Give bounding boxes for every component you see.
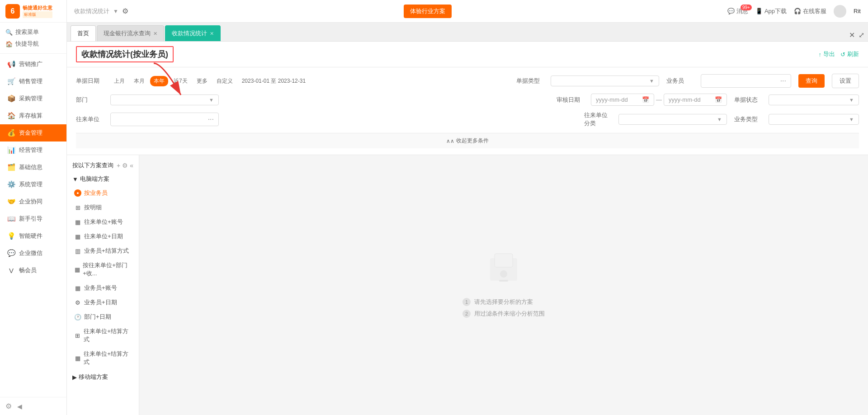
sidebar-item-label: 采购管理: [19, 94, 42, 103]
group-expand-icon2: ▶: [72, 374, 77, 381]
tab-bank[interactable]: 现金银行流水查询 ✕: [97, 25, 164, 41]
date-tab-this-month[interactable]: 本月: [130, 76, 148, 86]
guide-icon: 📖: [7, 215, 15, 223]
schema-collapse-icon[interactable]: «: [130, 162, 133, 169]
refresh-button[interactable]: ↺ 刷新: [840, 50, 859, 58]
svg-point-2: [500, 270, 507, 278]
collapse-filter-button[interactable]: ∧∧ 收起更多条件: [76, 133, 859, 148]
app-download-label: App下载: [764, 7, 787, 15]
schema-group-mobile-title[interactable]: ▶ 移动端方案: [67, 370, 139, 384]
sidebar-item-wechat[interactable]: 💬 企业微信: [0, 245, 66, 262]
schema-settings-icon[interactable]: ⚙: [122, 162, 128, 169]
sidebar-item-member[interactable]: V 畅会员: [0, 262, 66, 279]
message-badge: 99+: [741, 5, 752, 10]
member-icon: V: [7, 266, 15, 274]
quick-nav-item[interactable]: 🏠 快捷导航: [5, 38, 61, 50]
trial-button[interactable]: 体验行业方案: [404, 5, 452, 18]
biz-type-arrow-icon: ▼: [849, 117, 854, 122]
schema-item-partner-payment1[interactable]: ⊞ 往来单位+结算方式: [67, 324, 139, 347]
logo-text-area: 畅捷通好生意 标准版: [23, 5, 52, 18]
sidebar-item-hardware[interactable]: 💡 智能硬件: [0, 227, 66, 245]
schema-item-salesman-payment[interactable]: ▥ 业务员+结算方式: [67, 244, 139, 258]
schema-group-desktop-title[interactable]: ▼ 电脑端方案: [67, 172, 139, 186]
review-date-end[interactable]: yyyy-mm-dd 📅: [664, 94, 727, 106]
query-button[interactable]: 查询: [798, 74, 825, 88]
date-tab-custom[interactable]: 自定义: [213, 76, 236, 86]
sidebar-item-inventory[interactable]: 🏠 库存核算: [0, 107, 66, 124]
tab-maximize-icon[interactable]: ⤢: [859, 31, 864, 39]
schema-item-label: 业务员+结算方式: [84, 247, 129, 255]
schema-item-salesman-account[interactable]: ▦ 业务员+账号: [67, 281, 139, 295]
search-menu-item[interactable]: 🔍 搜索菜单: [5, 26, 61, 38]
date-range-display: 2023-01-01 至 2023-12-31: [242, 77, 306, 85]
review-date-start-text: yyyy-mm-dd: [596, 96, 628, 103]
doc-type-select[interactable]: ▼: [551, 75, 659, 86]
online-service-label: 在线客服: [803, 7, 826, 15]
header-breadcrumb: 收款情况统计: [74, 7, 109, 15]
schema-item-partner-payment2[interactable]: ▦ 往来单位+结算方式: [67, 347, 139, 369]
schema-item-by-salesman[interactable]: ● 按业务员: [67, 186, 139, 200]
sidebar-settings-icon[interactable]: ⚙: [5, 402, 12, 410]
search-menu-label: 搜索菜单: [15, 28, 39, 36]
dept-select[interactable]: ▼: [110, 94, 219, 105]
sidebar-item-operation[interactable]: 📊 经营管理: [0, 141, 66, 159]
tab-receipt[interactable]: 收款情况统计 ✕: [165, 25, 221, 41]
sidebar-item-sales[interactable]: 🛒 销售管理: [0, 73, 66, 90]
sidebar-item-basic[interactable]: 🗂️ 基础信息: [0, 159, 66, 176]
schema-item-partner-date[interactable]: ▦ 往来单位+日期: [67, 229, 139, 244]
sidebar-item-system[interactable]: ⚙️ 系统管理: [0, 176, 66, 193]
doc-status-select[interactable]: ▼: [769, 94, 859, 105]
partner-label: 往来单位: [76, 115, 103, 123]
schema-item-dept-date[interactable]: 🕐 部门+日期: [67, 310, 139, 324]
partner-category-arrow-icon: ▼: [717, 117, 722, 122]
sidebar-nav: 📢 营销推广 🛒 销售管理 📦 采购管理 🏠 库存核算 💰 资金管理 📊 经营管…: [0, 54, 66, 397]
partner-more-icon[interactable]: ···: [208, 115, 214, 123]
add-schema-button[interactable]: +: [117, 162, 120, 169]
salesman-more-icon[interactable]: ···: [780, 77, 786, 85]
tab-close-all-icon[interactable]: ✕: [849, 31, 855, 39]
refresh-icon: ↺: [840, 51, 845, 58]
sidebar-item-label: 经营管理: [19, 146, 42, 154]
partner-category-select[interactable]: ▼: [618, 114, 727, 125]
partner-category-label: 往来单位分类: [584, 111, 611, 127]
tab-bank-close[interactable]: ✕: [153, 31, 157, 37]
date-tab-more[interactable]: 更多: [193, 76, 211, 86]
basic-icon: 🗂️: [7, 163, 15, 171]
finance-icon: 💰: [7, 129, 15, 137]
left-panel-title: 按以下方案查询: [72, 161, 113, 170]
date-tab-this-year[interactable]: 本年: [150, 76, 168, 86]
app-download-item[interactable]: 📱 App下载: [755, 7, 787, 15]
refresh-label: 刷新: [847, 50, 859, 58]
sidebar-item-finance[interactable]: 💰 资金管理: [0, 124, 66, 141]
tab-home[interactable]: 首页: [71, 25, 96, 41]
online-service-item[interactable]: 🎧 在线客服: [794, 7, 826, 15]
sidebar-search-area: 🔍 搜索菜单 🏠 快捷导航: [0, 23, 66, 54]
sidebar-item-marketing[interactable]: 📢 营销推广: [0, 56, 66, 73]
sidebar-item-purchase[interactable]: 📦 采购管理: [0, 90, 66, 107]
header-dropdown-icon[interactable]: ▼: [113, 8, 118, 14]
user-avatar[interactable]: [834, 5, 846, 18]
filter-row-3: 往来单位 ··· 往来单位分类 ▼ 业务类型 ▼: [76, 111, 859, 127]
partner-select[interactable]: ···: [110, 113, 219, 126]
salesman-select[interactable]: ···: [701, 74, 791, 88]
sidebar-item-guide[interactable]: 📖 新手引导: [0, 210, 66, 227]
schema-item-partner-account[interactable]: ▦ 往来单位+账号: [67, 215, 139, 229]
review-date-start[interactable]: yyyy-mm-dd 📅: [591, 94, 654, 106]
schema-item-salesman-date[interactable]: ⚙ 业务员+日期: [67, 295, 139, 310]
date-tab-7days[interactable]: 近7天: [170, 76, 191, 86]
export-label: 导出: [823, 50, 835, 58]
header-gear-icon[interactable]: ⚙: [122, 7, 128, 15]
sidebar-item-corp[interactable]: 🤝 企业协同: [0, 193, 66, 210]
schema-item-partner-dept[interactable]: ▦ 按往来单位+部门+收...: [67, 258, 139, 281]
sidebar-collapse-icon[interactable]: ◀: [17, 403, 22, 410]
table5-icon: ▦: [74, 354, 81, 362]
message-item[interactable]: 💬 消息 99+: [727, 7, 748, 15]
schema-item-by-detail[interactable]: ⊞ 按明细: [67, 200, 139, 215]
set-button[interactable]: 设置: [832, 74, 859, 88]
date-tab-last-month[interactable]: 上月: [110, 76, 128, 86]
tab-receipt-close[interactable]: ✕: [210, 31, 214, 37]
export-button[interactable]: ↑ 导出: [819, 50, 835, 58]
sidebar-item-label: 新手引导: [19, 215, 42, 223]
date-separator: —: [656, 96, 662, 103]
biz-type-select[interactable]: ▼: [769, 114, 859, 125]
